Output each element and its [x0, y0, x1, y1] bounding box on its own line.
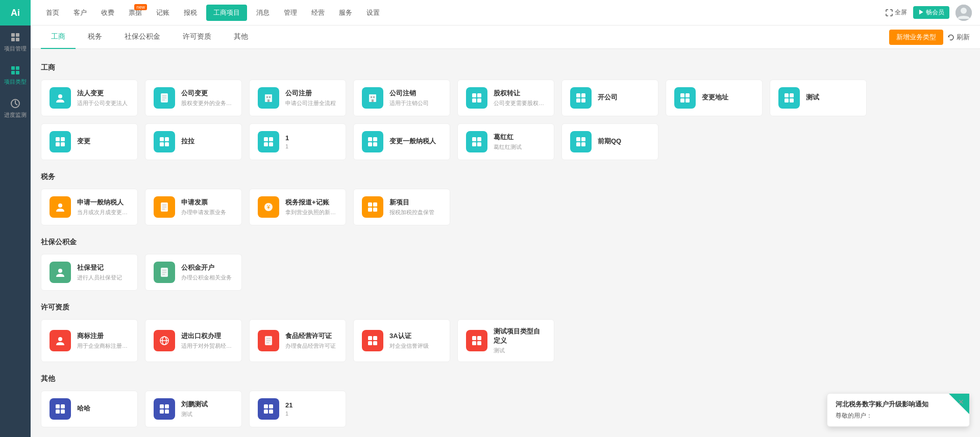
section-title-gongshang-section: 工商: [41, 63, 970, 72]
card-shangbiao-zhuce[interactable]: 商标注册 用于企业商标注册服务: [41, 319, 138, 362]
card-icon-item-1: [258, 131, 279, 152]
card-gongjijin-kaihu[interactable]: 公积金开户 办理公积金相关业务: [145, 254, 242, 291]
card-shenqing-yiban[interactable]: 申请一般纳税人 当月或次月成变更完成: [41, 189, 138, 225]
card-info-biangeng2: 变更: [77, 137, 129, 147]
card-shuiwu-baodao[interactable]: ¥ 税务报道+记账 拿到营业执照的新公司: [249, 189, 346, 225]
card-ceshi-xiangmu[interactable]: 测试项目类型自定义 测试: [457, 319, 554, 362]
card-gongsi-zhuxiao[interactable]: 公司注销 适用于注销公司: [353, 80, 450, 116]
card-xin-xiangmu[interactable]: 新项目 报税加税控盘保管: [353, 189, 450, 225]
tab-other[interactable]: 其他: [224, 25, 258, 49]
card-ceshi[interactable]: 测试: [770, 80, 867, 116]
nav-accounting[interactable]: 记账: [149, 0, 177, 25]
card-title-xin-xiangmu: 新项目: [389, 198, 442, 207]
card-icon-lala: [154, 131, 175, 152]
svg-rect-43: [61, 142, 65, 146]
card-title-gehonghong: 葛红红: [494, 133, 546, 142]
card-icon-shuiwu-baodao: ¥: [258, 196, 279, 218]
svg-rect-22: [373, 96, 375, 98]
card-info-liupeng-ceshi: 刘鹏测试 测试: [181, 400, 233, 418]
card-icon-ceshi-xiangmu: [466, 330, 487, 351]
svg-rect-19: [267, 99, 270, 102]
svg-rect-54: [368, 142, 372, 146]
cards-grid-gongshang-section: 法人变更 适用于公司变更法人 公司变更 股权变更外的业务变更 公司注册 申请公司…: [41, 80, 970, 160]
card-faren-biangeng[interactable]: 法人变更 适用于公司变更法人: [41, 80, 138, 116]
sidebar-logo[interactable]: Ai: [0, 0, 31, 25]
content-area: 工商 税务 社保公积金 许可资质 其他 新增业务类型 刷新 工商: [31, 25, 980, 437]
svg-rect-29: [581, 93, 585, 97]
card-item-1[interactable]: 1 1: [249, 123, 346, 160]
section-shuiwu-section: 税务 申请一般纳税人 当月或次月成变更完成 申请发票 办理申请发票业务 ¥: [41, 172, 970, 225]
tab-xuke[interactable]: 许可资质: [173, 25, 222, 49]
card-shebao-dengji[interactable]: 社保登记 进行人员社保登记: [41, 254, 138, 291]
svg-point-75: [58, 269, 62, 273]
card-desc-shenqing-fapiao: 办理申请发票业务: [181, 209, 233, 216]
svg-rect-30: [576, 98, 580, 102]
svg-rect-3: [16, 38, 19, 41]
nav-service[interactable]: 服务: [332, 0, 359, 25]
nav-message[interactable]: 消息: [249, 0, 277, 25]
card-3a-renzheng[interactable]: 3A认证 对企业信誉评级: [353, 319, 450, 362]
card-info-gongsi-biangeng: 公司变更 股权变更外的业务变更: [181, 89, 233, 107]
vip-button[interactable]: ▶ 畅会员: [913, 6, 949, 19]
nav-admin[interactable]: 管理: [277, 0, 304, 25]
sidebar-item-project-mgmt[interactable]: 项目管理: [0, 25, 31, 59]
svg-rect-103: [165, 409, 169, 414]
svg-point-64: [58, 203, 62, 208]
svg-rect-93: [477, 336, 481, 340]
nav-billing[interactable]: 收费: [94, 0, 121, 25]
card-liupeng-ceshi[interactable]: 刘鹏测试 测试: [145, 391, 242, 427]
card-desc-xin-xiangmu: 报税加税控盘保管: [389, 209, 442, 216]
avatar[interactable]: [955, 5, 972, 21]
section-shebao-section: 社保公积金 社保登记 进行人员社保登记 公积金开户 办理公积金相关业务: [41, 238, 970, 291]
nav-bizproject[interactable]: 工商项目: [206, 5, 247, 21]
card-lala[interactable]: 拉拉: [145, 123, 242, 160]
card-icon-shebao-dengji: [50, 262, 71, 283]
card-biangeng-yiban[interactable]: 变更一般纳税人: [353, 123, 450, 160]
notification-close-button[interactable]: ✕: [958, 398, 964, 406]
card-icon-shenqing-fapiao: [154, 196, 175, 218]
card-guquan-zhuanrang[interactable]: 股权转让 公司变更需要股权转让: [457, 80, 554, 116]
refresh-button[interactable]: 刷新: [947, 33, 970, 42]
card-jinchukou[interactable]: 进出口权办理 适用于对外贸易经营者: [145, 319, 242, 362]
tab-gongshang[interactable]: 工商: [41, 25, 76, 49]
sidebar-item-progress[interactable]: 进度监测: [0, 92, 31, 125]
card-gongsi-zhuce[interactable]: 公司注册 申请公司注册全流程: [249, 80, 346, 116]
card-shipin-xuke[interactable]: 食品经营许可证 办理食品经营许可证: [249, 319, 346, 362]
nav-tax[interactable]: 报税: [177, 0, 204, 25]
nav-operation[interactable]: 经营: [304, 0, 332, 25]
card-biangeng2[interactable]: 变更: [41, 123, 138, 160]
card-title-biangeng-yiban: 变更一般纳税人: [389, 137, 442, 146]
card-gongsi-biangeng[interactable]: 公司变更 股权变更外的业务变更: [145, 80, 242, 116]
card-gehonghong[interactable]: 葛红红 葛红红测试: [457, 123, 554, 160]
card-title-qianqi-qq: 前期QQ: [598, 137, 650, 146]
card-icon-shenqing-yiban: [50, 196, 71, 218]
svg-rect-31: [581, 98, 585, 102]
sidebar-item-project-type[interactable]: 项目类型: [0, 59, 31, 92]
fullscreen-icon: [886, 9, 893, 16]
card-title-faren-biangeng: 法人变更: [77, 89, 129, 98]
nav-invoice[interactable]: 票据 new: [121, 0, 149, 25]
topnav: 首页 客户 收费 票据 new 记账 报税 工商项目 消息 管理 经营 服务 设…: [31, 0, 980, 25]
card-icon-gongsi-zhuxiao: [362, 87, 383, 109]
tab-shuiwu[interactable]: 税务: [78, 25, 112, 49]
card-item-21[interactable]: 21 1: [249, 391, 346, 427]
card-qianqi-qq[interactable]: 前期QQ: [561, 123, 658, 160]
card-kai-gongsi[interactable]: 开公司: [561, 80, 658, 116]
nav-client[interactable]: 客户: [66, 0, 94, 25]
nav-home[interactable]: 首页: [39, 0, 66, 25]
svg-rect-74: [373, 208, 377, 212]
card-biangeng-dizhi[interactable]: 变更地址: [666, 80, 763, 116]
card-info-gehonghong: 葛红红 葛红红测试: [494, 133, 546, 151]
card-shenqing-fapiao[interactable]: 申请发票 办理申请发票业务: [145, 189, 242, 225]
card-desc-liupeng-ceshi: 测试: [181, 410, 233, 418]
tab-shebao[interactable]: 社保公积金: [114, 25, 170, 49]
new-type-button[interactable]: 新增业务类型: [889, 30, 943, 45]
fullscreen-btn[interactable]: 全屏: [886, 8, 907, 17]
progress-icon: [10, 98, 21, 109]
svg-rect-6: [11, 71, 15, 74]
svg-rect-58: [472, 142, 476, 146]
card-haha[interactable]: 哈哈: [41, 391, 138, 427]
svg-rect-35: [685, 98, 690, 102]
card-info-lala: 拉拉: [181, 137, 233, 147]
nav-settings[interactable]: 设置: [359, 0, 387, 25]
